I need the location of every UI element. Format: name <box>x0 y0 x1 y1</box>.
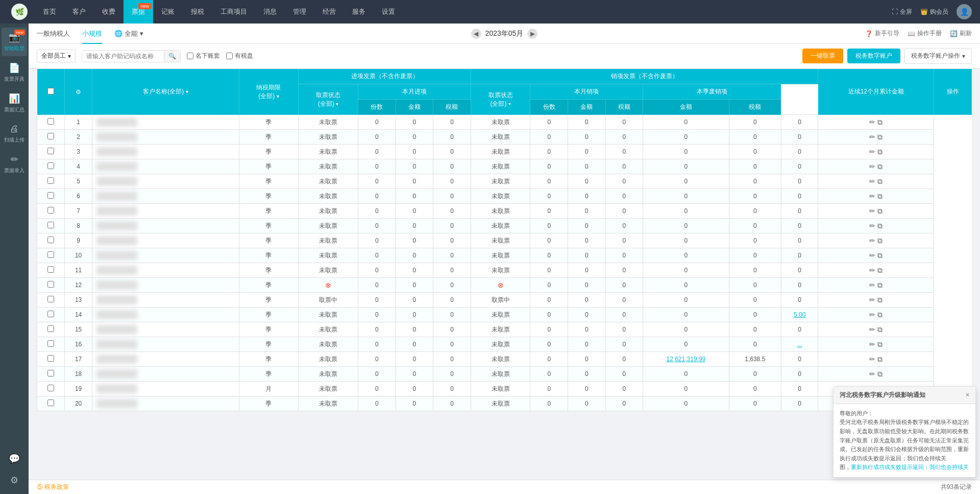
member-btn[interactable]: 👑 购会员 <box>920 8 948 16</box>
th-settings[interactable]: ⚙ <box>64 69 92 115</box>
row-checkbox[interactable] <box>47 399 54 406</box>
copy-icon[interactable]: ⧉ <box>877 162 883 171</box>
sidebar-item-gear[interactable]: ⚙ <box>2 471 27 490</box>
row-checkbox[interactable] <box>47 207 54 214</box>
copy-icon[interactable]: ⧉ <box>877 133 883 142</box>
sidebar-item-invoice-entry[interactable]: ✏ 票据录入 <box>2 150 27 178</box>
row-checkbox-cell[interactable] <box>37 322 65 337</box>
row-checkbox[interactable] <box>47 281 54 288</box>
tab-small-scale[interactable]: 小规模 <box>82 23 102 44</box>
copy-icon[interactable]: ⧉ <box>877 311 883 319</box>
row-checkbox-cell[interactable] <box>37 189 65 204</box>
nav-item-ticket[interactable]: 票据 new <box>124 0 153 23</box>
fullscreen-btn[interactable]: ⛶ 全屏 <box>892 8 912 16</box>
row-checkbox[interactable] <box>47 177 54 184</box>
tax-policy-link[interactable]: ⑤ 税务政策 <box>37 480 69 495</box>
nav-item-settings[interactable]: 设置 <box>374 0 403 23</box>
row-checkbox-cell[interactable] <box>37 204 65 219</box>
edit-icon[interactable]: ✏ <box>869 148 875 156</box>
edit-icon[interactable]: ✏ <box>869 133 875 142</box>
row-checkbox-cell[interactable] <box>37 115 65 130</box>
row-checkbox[interactable] <box>47 192 54 199</box>
edit-icon[interactable]: ✏ <box>869 237 875 245</box>
row-checkbox[interactable] <box>47 237 54 243</box>
edit-icon[interactable]: ✏ <box>869 340 875 349</box>
row-checkbox[interactable] <box>47 148 54 154</box>
checkbox-taxpad[interactable]: 有税盘 <box>226 52 253 60</box>
row-checkbox[interactable] <box>47 325 54 332</box>
nav-item-service[interactable]: 服务 <box>344 0 374 23</box>
th-in-status[interactable]: 取票状态(全部) ▾ <box>299 84 358 115</box>
row-checkbox-cell[interactable] <box>37 219 65 233</box>
row-checkbox-cell[interactable] <box>37 382 65 396</box>
row-checkbox-cell[interactable] <box>37 293 65 308</box>
search-input[interactable] <box>82 51 164 62</box>
copy-icon[interactable]: ⧉ <box>877 222 883 230</box>
row-checkbox[interactable] <box>47 251 54 258</box>
row-checkbox[interactable] <box>47 385 54 391</box>
edit-icon[interactable]: ✏ <box>869 118 875 127</box>
employee-select[interactable]: 全部员工 ▾ <box>37 49 76 63</box>
row-checkbox-cell[interactable] <box>37 233 65 248</box>
row-checkbox[interactable] <box>47 296 54 302</box>
search-button[interactable]: 🔍 <box>164 51 180 62</box>
copy-icon[interactable]: ⧉ <box>877 118 883 127</box>
sidebar-item-invoice-summary[interactable]: 📊 票据汇总 <box>2 89 27 117</box>
row-checkbox[interactable] <box>47 311 54 317</box>
th-checkbox[interactable] <box>37 69 65 115</box>
edit-icon[interactable]: ✏ <box>869 266 875 275</box>
sidebar-item-scan-upload[interactable]: 🖨 扫描上传 <box>2 120 27 148</box>
copy-icon[interactable]: ⧉ <box>877 355 883 364</box>
copy-icon[interactable]: ⧉ <box>877 296 883 304</box>
row-checkbox-cell[interactable] <box>37 337 65 352</box>
row-checkbox[interactable] <box>47 370 54 377</box>
copy-icon[interactable]: ⧉ <box>877 370 883 379</box>
edit-icon[interactable]: ✏ <box>869 311 875 319</box>
nav-item-business[interactable]: 工商项目 <box>212 0 255 23</box>
copy-icon[interactable]: ⧉ <box>877 266 883 275</box>
copy-icon[interactable]: ⧉ <box>877 192 883 201</box>
edit-icon[interactable]: ✏ <box>869 251 875 260</box>
th-out-status[interactable]: 取票状态(全部) ▾ <box>471 84 530 115</box>
tab-general-taxpayer[interactable]: 一般纳税人 <box>37 23 70 44</box>
new-guide-btn[interactable]: ❓ 新手引导 <box>865 29 899 38</box>
checkbox-accounts[interactable]: 名下账套 <box>187 52 220 60</box>
taxpad-checkbox[interactable] <box>226 53 233 59</box>
copy-icon[interactable]: ⧉ <box>877 237 883 245</box>
nav-item-admin[interactable]: 管理 <box>285 0 314 23</box>
row-checkbox-cell[interactable] <box>37 159 65 174</box>
edit-icon[interactable]: ✏ <box>869 370 875 379</box>
refresh-btn[interactable]: 🔄 刷新 <box>950 29 972 38</box>
row-checkbox-cell[interactable] <box>37 130 65 145</box>
nav-item-bookkeeping[interactable]: 记账 <box>153 0 183 23</box>
manual-btn[interactable]: 📖 操作手册 <box>908 29 942 38</box>
notification-link[interactable]: 重新执行成功或失败提示返回；我们也会持续关 <box>851 464 969 470</box>
row-checkbox[interactable] <box>47 118 54 125</box>
row-checkbox-cell[interactable] <box>37 248 65 263</box>
nav-item-message[interactable]: 消息 <box>255 0 285 23</box>
row-checkbox-cell[interactable] <box>37 174 65 189</box>
copy-icon[interactable]: ⧉ <box>877 340 883 349</box>
row-checkbox[interactable] <box>47 340 54 347</box>
edit-icon[interactable]: ✏ <box>869 207 875 216</box>
next-month-btn[interactable]: ▶ <box>527 29 537 39</box>
nav-item-tax[interactable]: 报税 <box>183 0 212 23</box>
row-checkbox[interactable] <box>47 355 54 362</box>
row-checkbox-cell[interactable] <box>37 145 65 159</box>
one-click-ticket-btn[interactable]: 一键取票 <box>802 49 843 63</box>
edit-icon[interactable]: ✏ <box>869 222 875 230</box>
row-checkbox-cell[interactable] <box>37 352 65 367</box>
copy-icon[interactable]: ⧉ <box>877 207 883 216</box>
nav-item-operation[interactable]: 经营 <box>314 0 344 23</box>
digital-tax-ops-btn[interactable]: 税务数字账户操作 ▾ <box>904 48 972 64</box>
edit-icon[interactable]: ✏ <box>869 325 875 334</box>
prev-month-btn[interactable]: ◀ <box>471 29 481 39</box>
copy-icon[interactable]: ⧉ <box>877 177 883 186</box>
nav-item-client[interactable]: 客户 <box>64 0 94 23</box>
sidebar-item-chat[interactable]: 💬 <box>2 449 27 468</box>
nav-item-fee[interactable]: 收费 <box>94 0 124 23</box>
row-checkbox[interactable] <box>47 162 54 169</box>
digital-tax-btn[interactable]: 税务数字账户 <box>847 49 900 63</box>
avatar[interactable]: 👤 <box>957 4 972 19</box>
row-checkbox[interactable] <box>47 222 54 228</box>
